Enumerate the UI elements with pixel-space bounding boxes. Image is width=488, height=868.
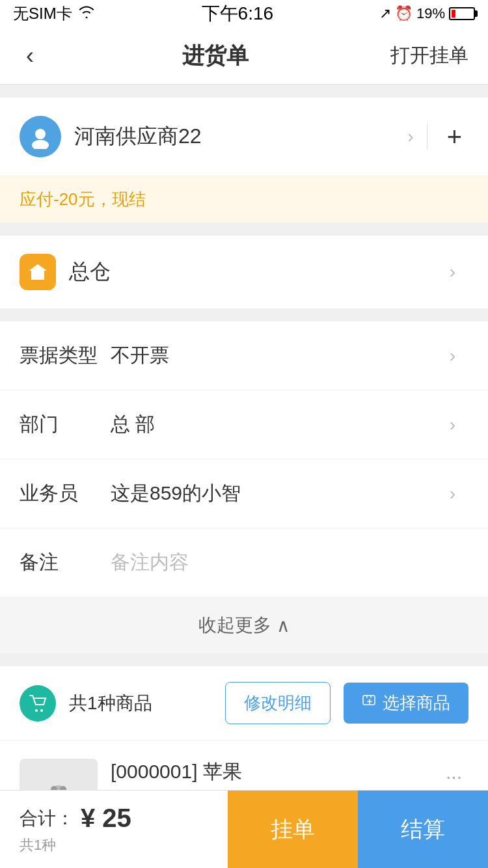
open-hang-button[interactable]: 打开挂单 bbox=[390, 42, 468, 69]
invoice-type-value: 不开票 bbox=[111, 342, 450, 369]
products-header: 共1种商品 修改明细 选择商品 bbox=[0, 666, 488, 740]
collapse-label: 收起更多 bbox=[198, 613, 271, 638]
remark-placeholder: 备注内容 bbox=[111, 549, 468, 576]
hang-button[interactable]: 挂单 bbox=[228, 791, 358, 869]
status-bar: 无SIM卡 下午6:16 ↗ ⏰ 19% bbox=[0, 0, 488, 27]
svg-point-2 bbox=[35, 709, 38, 712]
nav-bar: ‹ 进货单 打开挂单 bbox=[0, 27, 488, 85]
carrier-label: 无SIM卡 bbox=[13, 3, 72, 24]
status-right: ↗ ⏰ 19% bbox=[379, 5, 475, 22]
edit-detail-button[interactable]: 修改明细 bbox=[225, 682, 331, 724]
remark-label: 备注 bbox=[20, 549, 111, 576]
bottom-bar: 合计： ¥ 25 共1种 挂单 结算 bbox=[0, 790, 488, 868]
select-product-icon bbox=[362, 693, 377, 713]
salesperson-label: 业务员 bbox=[20, 480, 111, 507]
section-gap-3 bbox=[0, 308, 488, 321]
salesperson-row[interactable]: 业务员 这是859的小智 › bbox=[0, 459, 488, 528]
section-gap-1 bbox=[0, 85, 488, 98]
product-more-button[interactable]: ··· bbox=[439, 759, 468, 794]
payment-info: 应付-20元，现结 bbox=[0, 176, 488, 223]
section-gap-2 bbox=[0, 223, 488, 236]
product-id: [0000001] bbox=[111, 761, 203, 782]
page-title: 进货单 bbox=[182, 41, 249, 71]
department-value: 总 部 bbox=[111, 411, 450, 438]
section-gap-4 bbox=[0, 653, 488, 666]
department-chevron: › bbox=[450, 414, 455, 435]
total-count: 共1种 bbox=[20, 835, 208, 855]
warehouse-chevron-icon: › bbox=[450, 262, 455, 282]
invoice-type-chevron: › bbox=[450, 346, 455, 366]
svg-point-0 bbox=[35, 129, 46, 139]
warehouse-row[interactable]: 总仓 › bbox=[0, 236, 488, 308]
department-row[interactable]: 部门 总 部 › bbox=[0, 390, 488, 459]
supplier-avatar bbox=[20, 116, 61, 157]
collapse-icon: ∧ bbox=[277, 615, 290, 636]
supplier-name: 河南供应商22 bbox=[74, 122, 407, 151]
product-name: [0000001] 苹果 bbox=[111, 759, 426, 785]
total-amount: ¥ 25 bbox=[81, 804, 131, 833]
status-left: 无SIM卡 bbox=[13, 3, 96, 24]
salesperson-value: 这是859的小智 bbox=[111, 480, 450, 507]
product-title: 苹果 bbox=[203, 761, 242, 782]
wifi-icon bbox=[77, 5, 96, 23]
svg-rect-4 bbox=[363, 696, 375, 705]
warehouse-name: 总仓 bbox=[69, 258, 450, 286]
select-product-label: 选择商品 bbox=[383, 692, 450, 714]
products-icon bbox=[20, 685, 56, 722]
warehouse-icon bbox=[20, 254, 56, 290]
products-count: 共1种商品 bbox=[69, 691, 212, 716]
svg-point-3 bbox=[40, 709, 43, 712]
supplier-section: 河南供应商22 › + 应付-20元，现结 bbox=[0, 98, 488, 223]
select-product-button[interactable]: 选择商品 bbox=[344, 683, 468, 724]
checkout-button[interactable]: 结算 bbox=[358, 791, 488, 869]
total-text: 合计： bbox=[20, 806, 74, 831]
battery-percentage: 19% bbox=[416, 5, 445, 22]
form-section: 票据类型 不开票 › 部门 总 部 › 业务员 这是859的小智 › 备注 备注… bbox=[0, 321, 488, 597]
add-supplier-button[interactable]: + bbox=[441, 122, 468, 152]
supplier-row[interactable]: 河南供应商22 › + bbox=[0, 98, 488, 176]
status-time: 下午6:16 bbox=[202, 1, 274, 26]
invoice-type-row[interactable]: 票据类型 不开票 › bbox=[0, 321, 488, 390]
department-label: 部门 bbox=[20, 411, 111, 438]
total-label: 合计： ¥ 25 bbox=[20, 804, 208, 833]
total-section: 合计： ¥ 25 共1种 bbox=[0, 804, 228, 855]
alarm-icon: ⏰ bbox=[395, 5, 413, 22]
back-button[interactable]: ‹ bbox=[20, 36, 40, 76]
collapse-button[interactable]: 收起更多 ∧ bbox=[0, 597, 488, 653]
invoice-type-label: 票据类型 bbox=[20, 342, 111, 369]
remark-row[interactable]: 备注 备注内容 bbox=[0, 528, 488, 597]
salesperson-chevron: › bbox=[450, 483, 455, 504]
supplier-chevron-icon: › bbox=[407, 126, 413, 147]
divider bbox=[427, 124, 427, 150]
location-icon: ↗ bbox=[379, 5, 391, 22]
svg-point-1 bbox=[32, 140, 49, 149]
battery-icon bbox=[449, 7, 475, 20]
